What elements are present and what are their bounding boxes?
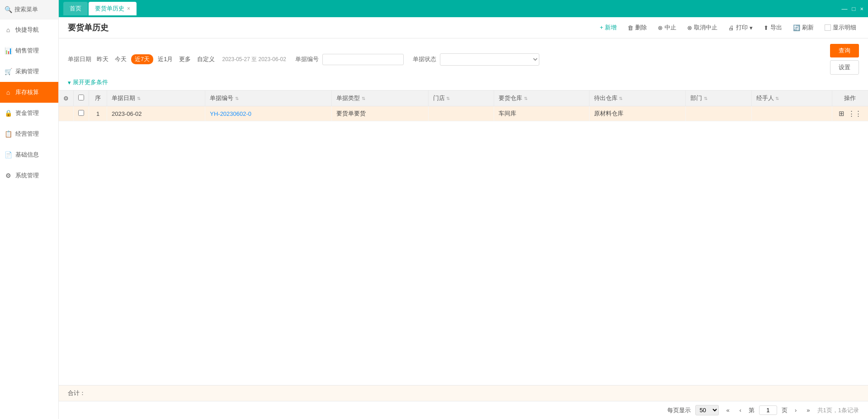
th-department: 部门 ⇅ <box>686 90 752 106</box>
print-button[interactable]: 🖨 打印 ▾ <box>726 22 755 33</box>
stop-button[interactable]: ⊗ 中止 <box>655 22 679 33</box>
sidebar-item-label: 基础信息 <box>15 151 39 159</box>
restore-button[interactable]: □ <box>852 5 856 12</box>
status-label: 单据状态 <box>413 55 436 63</box>
sidebar-item-label: 经营管理 <box>15 130 39 138</box>
td-req-warehouse: 车间库 <box>494 106 589 121</box>
expand-more-button[interactable]: ▾ 展开更多条件 <box>68 78 859 86</box>
add-button[interactable]: + 新增 <box>597 22 619 33</box>
settings-button[interactable]: 设置 <box>830 60 859 75</box>
next-page-button[interactable]: › <box>792 406 799 414</box>
view-op-icon[interactable]: ⊞ <box>839 110 844 117</box>
date-opt-1month[interactable]: 近1月 <box>156 54 175 64</box>
th-settings[interactable]: ⚙ <box>59 90 74 106</box>
filter-row-1: 单据日期 昨天 今天 近7天 近1月 更多 自定义 2023-05-27 至 2… <box>68 44 859 75</box>
first-page-button[interactable]: « <box>723 406 732 414</box>
sidebar-item-sales[interactable]: 📊 销售管理 <box>0 40 58 61</box>
sort-handler-icon[interactable]: ⇅ <box>775 96 779 101</box>
content-area: 要货单历史 + 新增 🗑 删除 ⊗ 中止 ⊗ 取消中止 <box>59 17 868 419</box>
tab-active-label: 要货单历史 <box>95 5 124 13</box>
tab-active[interactable]: 要货单历史 × <box>89 2 137 15</box>
page-label: 第 <box>749 406 755 414</box>
sort-date-icon[interactable]: ⇅ <box>137 96 141 101</box>
sidebar-item-inventory[interactable]: ⌂ 库存核算 <box>0 82 58 103</box>
th-store: 门店 ⇅ <box>428 90 494 106</box>
operations-icon: 📋 <box>5 130 12 138</box>
sort-number-icon[interactable]: ⇅ <box>235 96 239 101</box>
row-number: 1 <box>96 110 99 117</box>
display-detail-button[interactable]: 显示明细 <box>822 22 859 33</box>
th-handler-label: 经手人 <box>756 95 774 101</box>
close-button[interactable]: × <box>860 5 863 12</box>
sort-store-icon[interactable]: ⇅ <box>446 96 450 101</box>
tab-close-icon[interactable]: × <box>127 5 130 12</box>
search-icon: 🔍 <box>5 6 12 13</box>
sidebar-item-basic-info[interactable]: 📄 基础信息 <box>0 144 58 165</box>
tab-home[interactable]: 首页 <box>63 2 88 15</box>
td-checkbox <box>74 106 89 121</box>
status-select[interactable] <box>440 53 539 66</box>
column-settings-icon[interactable]: ⚙ <box>63 95 69 102</box>
sales-icon: 📊 <box>5 47 12 54</box>
purchase-icon: 🛒 <box>5 68 12 75</box>
sidebar-search-label: 搜索菜单 <box>14 5 38 14</box>
sidebar-item-finance[interactable]: 🔒 资金管理 <box>0 103 58 124</box>
cancel-stop-button[interactable]: ⊗ 取消中止 <box>684 22 720 33</box>
th-store-label: 门店 <box>433 95 445 101</box>
td-store <box>428 106 494 121</box>
select-all-checkbox[interactable] <box>78 95 84 100</box>
table-header-row: ⚙ 序 单据日期 ⇅ 单据编号 <box>59 90 868 106</box>
sort-pending-warehouse-icon[interactable]: ⇅ <box>619 96 623 101</box>
sort-req-warehouse-icon[interactable]: ⇅ <box>524 96 528 101</box>
refresh-button[interactable]: 🔄 刷新 <box>790 22 816 33</box>
th-req-warehouse-label: 要货仓库 <box>499 95 522 101</box>
add-label: + 新增 <box>600 24 617 32</box>
th-operations: 操作 <box>832 90 868 106</box>
date-opt-today[interactable]: 今天 <box>113 54 128 64</box>
status-filter-group: 单据状态 <box>413 53 539 66</box>
filter-bar: 单据日期 昨天 今天 近7天 近1月 更多 自定义 2023-05-27 至 2… <box>59 38 868 90</box>
sidebar-item-label: 资金管理 <box>15 109 39 117</box>
date-opt-custom[interactable]: 自定义 <box>195 54 217 64</box>
display-checkbox[interactable] <box>825 24 831 31</box>
per-page-select[interactable]: 50 100 200 <box>695 405 719 415</box>
td-date: 2023-06-02 <box>107 106 205 121</box>
refresh-icon: 🔄 <box>793 24 800 31</box>
row-pending-warehouse: 原材料仓库 <box>594 110 623 117</box>
td-pending-warehouse: 原材料仓库 <box>589 106 686 121</box>
sidebar-item-system[interactable]: ⚙ 系统管理 <box>0 165 58 186</box>
query-button[interactable]: 查询 <box>830 44 859 57</box>
tab-home-label: 首页 <box>70 5 81 13</box>
expand-arrow-icon: ▾ <box>68 79 71 86</box>
sort-department-icon[interactable]: ⇅ <box>704 96 708 101</box>
export-button[interactable]: ⬆ 导出 <box>761 22 785 33</box>
date-opt-more[interactable]: 更多 <box>177 54 193 64</box>
delete-button[interactable]: 🗑 删除 <box>625 22 650 33</box>
row-checkbox[interactable] <box>78 110 84 116</box>
td-settings <box>59 106 74 121</box>
delete-label: 删除 <box>635 24 647 32</box>
th-number-label: 单据编号 <box>210 95 233 101</box>
td-type: 要货单要货 <box>332 106 429 121</box>
page-input[interactable] <box>759 405 777 415</box>
more-op-icon[interactable]: ⋮⋮ <box>848 110 862 117</box>
basic-info-icon: 📄 <box>5 151 12 158</box>
sidebar-item-operations[interactable]: 📋 经营管理 <box>0 124 58 144</box>
home-icon: ⌂ <box>5 26 12 33</box>
sort-type-icon[interactable]: ⇅ <box>362 96 365 101</box>
th-num: 序 <box>89 90 107 106</box>
sidebar-item-quick-nav[interactable]: ⌂ 快捷导航 <box>0 19 58 40</box>
last-page-button[interactable]: » <box>804 406 812 414</box>
date-opt-yesterday[interactable]: 昨天 <box>95 54 110 64</box>
table-container: ⚙ 序 单据日期 ⇅ 单据编号 <box>59 90 868 385</box>
row-doc-number-link[interactable]: YH-20230602-0 <box>210 110 251 117</box>
date-options: 昨天 今天 近7天 近1月 更多 自定义 <box>95 54 217 64</box>
date-opt-7days[interactable]: 近7天 <box>131 54 153 64</box>
prev-page-button[interactable]: ‹ <box>737 406 744 414</box>
doc-number-input[interactable] <box>322 54 404 65</box>
sidebar-item-label: 销售管理 <box>15 47 39 55</box>
minimize-button[interactable]: — <box>842 5 848 12</box>
sidebar-search[interactable]: 🔍 搜索菜单 <box>0 0 58 19</box>
print-label: 打印 <box>736 24 748 32</box>
sidebar-item-purchase[interactable]: 🛒 采购管理 <box>0 61 58 82</box>
